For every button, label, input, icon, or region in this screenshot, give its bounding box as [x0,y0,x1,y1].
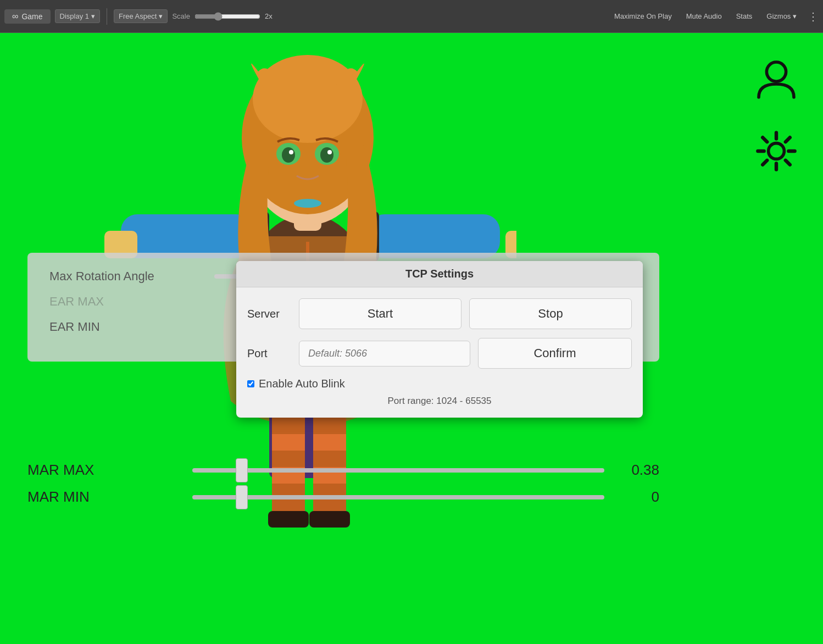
mar-max-row: MAR MAX 0.38 [27,462,659,479]
svg-line-41 [763,160,767,165]
bottom-sliders: MAR MAX 0.38 MAR MIN 0 [27,462,659,515]
toolbar: ∞ Game Display 1 ▾ Free Aspect ▾ Scale 2… [0,0,823,33]
server-label: Server [247,308,291,320]
gear-icon [754,129,798,173]
ear-min-label: EAR MIN [49,320,203,334]
aspect-chevron: ▾ [159,12,163,20]
port-input[interactable] [299,341,470,367]
mar-max-track [192,468,604,473]
ear-max-label: EAR MAX [49,295,203,309]
game-icon: ∞ [12,12,18,21]
svg-rect-3 [121,214,253,258]
svg-point-19 [294,199,321,208]
mar-min-label: MAR MIN [27,488,181,506]
svg-point-32 [766,62,786,81]
display-chevron: ▾ [91,12,95,20]
gizmos-button[interactable]: Gizmos ▾ [761,10,802,23]
mute-button[interactable]: Mute Audio [681,10,727,23]
tcp-dialog-title: TCP Settings [236,261,643,287]
game-area: Max Rotation Angle 0.38 EAR MAX EAR MIN … [0,33,823,644]
mar-max-slider-container [192,465,604,476]
server-row: Server Start Stop [247,298,632,329]
svg-point-16 [320,147,333,163]
confirm-button[interactable]: Confirm [478,338,632,369]
separator-1 [107,8,107,25]
svg-point-15 [282,147,295,163]
scale-value: 2x [265,12,273,20]
enable-blink-checkbox[interactable] [247,380,254,387]
maximize-button[interactable]: Maximize On Play [609,10,677,23]
enable-blink-label: Enable Auto Blink [259,377,345,390]
user-icon [754,58,798,102]
svg-point-18 [327,150,332,154]
mar-max-value: 0.38 [615,462,659,479]
scale-slider[interactable] [194,12,260,21]
svg-rect-5 [368,214,500,258]
gizmos-chevron: ▾ [793,12,797,20]
user-icon-button[interactable] [752,55,801,104]
mar-max-label: MAR MAX [27,462,181,479]
svg-line-40 [786,137,790,142]
start-button[interactable]: Start [299,298,461,329]
mar-min-track [192,495,604,499]
svg-line-38 [763,137,767,142]
mar-min-row: MAR MIN 0 [27,488,659,506]
toolbar-right: Maximize On Play Mute Audio Stats Gizmos… [609,10,819,23]
tcp-dialog: TCP Settings Server Start Stop Port Conf… [236,261,643,418]
game-tab-label: Game [21,12,42,21]
svg-point-17 [289,150,293,154]
svg-rect-27 [313,434,346,451]
more-icon[interactable]: ⋮ [808,10,819,23]
port-row: Port Confirm [247,338,632,369]
svg-rect-23 [272,434,305,451]
scale-label: Scale [172,12,190,20]
stats-button[interactable]: Stats [731,10,758,23]
tcp-dialog-body: Server Start Stop Port Confirm Enable Au… [236,287,643,418]
port-range-info: Port range: 1024 - 65535 [247,396,632,407]
mar-min-thumb[interactable] [236,485,248,509]
aspect-dropdown[interactable]: Free Aspect ▾ [114,9,168,23]
mar-min-slider-container [192,492,604,503]
display-label: Display 1 [60,12,89,20]
gear-icon-button[interactable] [752,126,801,176]
svg-line-39 [786,160,790,165]
max-rotation-label: Max Rotation Angle [49,269,203,284]
svg-point-12 [253,55,363,143]
mar-min-value: 0 [615,488,659,506]
port-label: Port [247,347,291,360]
display-dropdown[interactable]: Display 1 ▾ [55,9,100,23]
svg-point-33 [769,143,785,159]
enable-blink-row: Enable Auto Blink [247,377,632,390]
right-icons-panel [752,55,801,176]
mar-max-thumb[interactable] [236,458,248,482]
stop-button[interactable]: Stop [469,298,632,329]
game-tab[interactable]: ∞ Game [4,9,51,24]
aspect-label: Free Aspect [119,12,157,20]
gizmos-label: Gizmos [766,12,791,20]
